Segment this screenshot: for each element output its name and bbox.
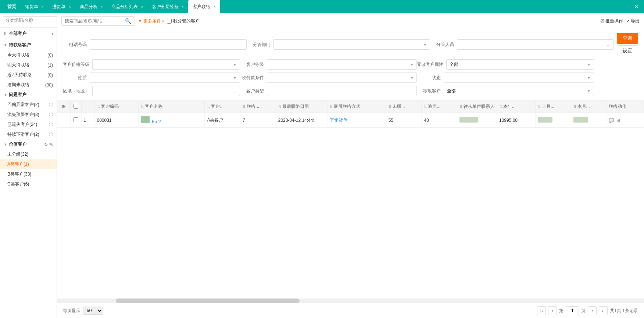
filter-label-region: 区域（地区） [63, 88, 89, 94]
select-all-checkbox[interactable] [74, 104, 78, 109]
per-page-select[interactable]: 50 100 200 [83, 307, 103, 315]
query-button[interactable]: 查询 [617, 33, 638, 44]
info-icon-3: ⓘ [49, 122, 53, 127]
sidebar-pending-section[interactable]: ▼ 待联络客户 [0, 40, 57, 50]
more-conditions-btn[interactable]: ▼ 更多条件 ▾ [138, 18, 164, 24]
customer-name-text[interactable]: Ea ? [152, 119, 161, 124]
my-customers-checkbox[interactable] [167, 19, 172, 24]
value-edit-icon[interactable]: ✎ [49, 142, 53, 147]
filter-select-region[interactable]: ... [92, 86, 240, 96]
filter-label-status: 状态 [417, 75, 441, 81]
filter-select-status[interactable]: ▼ [444, 73, 594, 83]
customer-code: 000031 [97, 118, 112, 123]
sidebar-collapse-icon[interactable]: ‹ [51, 31, 53, 36]
sidebar-item-7days[interactable]: 近7天待联络 (0) [0, 70, 57, 80]
nav-tab-sales-close[interactable]: × [41, 4, 43, 9]
chevron-status-icon: ▼ [587, 76, 591, 80]
th-no-contact-label: 未联... [393, 103, 405, 110]
filter-cell-nature: 性质 ▼ [63, 73, 240, 83]
nav-home-label: 首页 [7, 4, 16, 10]
nav-tab-analysis-list[interactable]: 商品分析列表 × [107, 0, 147, 13]
filter-select-retail-attr[interactable]: 全部 ▼ [446, 59, 594, 70]
per-page-area: 每页显示 50 100 200 [63, 307, 103, 315]
td-name: Ea ? [139, 113, 205, 128]
filter-select-nature[interactable]: ▼ [90, 73, 240, 83]
nav-tab-customer-seg[interactable]: 客户分层经营 × [148, 0, 188, 13]
filter-actions: 查询 设置 [617, 33, 638, 56]
filter-input-phone[interactable] [90, 39, 247, 50]
filter-select-person[interactable]: ... [457, 39, 614, 50]
sort-icon-no-contact: ⇅ [389, 105, 391, 109]
sidebar-item-churned[interactable]: 已流失客户(24) ⓘ [0, 120, 57, 130]
th-last-method-label: 最后联络方式 [334, 103, 360, 110]
search-main-input[interactable] [65, 18, 124, 24]
sidebar-problem-section[interactable]: ▼ 问题客户 [0, 90, 57, 100]
sidebar-value-label: 价值客户 [9, 141, 26, 148]
settings-button[interactable]: 设置 [617, 45, 638, 56]
filter-select-dept[interactable]: ▼ [273, 39, 430, 50]
sidebar-item-today[interactable]: 今天待联络 (0) [0, 50, 57, 60]
nav-tab-customer-contact-close[interactable]: × [213, 4, 215, 9]
row-checkbox[interactable] [74, 117, 78, 122]
nav-tab-customer-contact[interactable]: 客户联络 × [188, 0, 220, 13]
export-btn[interactable]: ↗ 导出 [626, 18, 640, 24]
page-label: 第 [559, 308, 564, 314]
sidebar-item-tomorrow[interactable]: 明天待联络 (1) [0, 60, 57, 70]
sidebar-item-ungrouped[interactable]: 未分组(32) [0, 149, 57, 159]
sidebar-item-overdue[interactable]: 逾期未联络 (30) [0, 80, 57, 90]
horizontal-scrollbar[interactable] [57, 298, 644, 303]
last-page-btn[interactable]: ›| [599, 306, 608, 315]
sidebar-pending-label: 待联络客户 [9, 42, 31, 48]
nav-home[interactable]: 首页 [3, 0, 21, 13]
filter-row-2: 客户价格等级 ▼ 客户等级 ▼ 零散客户属性 全部 [63, 59, 638, 70]
filter-select-customer-level[interactable]: ▼ [267, 59, 417, 70]
filter-cell-price-level: 客户价格等级 ▼ [63, 59, 240, 70]
sidebar-value-section[interactable]: ▼ 价值客户 ↻ ✎ [0, 139, 57, 149]
scrollbar-thumb[interactable] [116, 298, 300, 303]
nav-tab-customer-seg-close[interactable]: × [182, 4, 184, 9]
filter-cell-retail-customer: 零散客户 全部 ▼ [417, 86, 594, 96]
filter-select-price-level[interactable]: ▼ [92, 59, 240, 70]
chat-icon[interactable]: 💬 [609, 118, 614, 123]
filter-select-payment[interactable]: ▼ [267, 73, 417, 83]
filter-input-customer-type[interactable] [267, 86, 417, 96]
last-contact-method[interactable]: 下销货单 [330, 117, 347, 123]
next-page-btn[interactable]: › [588, 306, 597, 315]
sidebar-item-repurchase-abnormal[interactable]: 回购异常客户(2) ⓘ [0, 100, 57, 110]
first-page-btn[interactable]: |‹ [537, 306, 546, 315]
sidebar-search-input[interactable] [3, 16, 57, 24]
sidebar-all-customers[interactable]: ⁝⁝ 全部客户 ‹ [0, 28, 57, 40]
sort-icon-type: ⇅ [207, 105, 210, 109]
nav-tab-analysis-list-close[interactable]: × [141, 4, 143, 9]
customer-table: ⚙ ⇅ 客户编码 [57, 100, 644, 128]
grid-icon[interactable]: ⊞ [616, 118, 620, 123]
search-main-icon[interactable]: 🔍 [125, 18, 131, 24]
content-area: 🔍 ▼ 更多条件 ▾ 我分管的客户 ☑ 批量操作 ↗ 导出 [57, 13, 644, 318]
gear-icon[interactable]: ⚙ [61, 104, 65, 109]
my-customers-label: 我分管的客户 [173, 18, 200, 24]
nav-tab-analysis-close[interactable]: × [100, 4, 103, 9]
nav-tab-purchase[interactable]: 进货单 × [48, 0, 75, 13]
td-last-method: 下销货单 [327, 113, 386, 128]
sidebar-item-class-a[interactable]: A类客户(1) [0, 159, 57, 169]
filter-cell-status: 状态 ▼ [417, 73, 594, 83]
filter-select-retail-customer[interactable]: 全部 ▼ [444, 86, 594, 96]
sidebar-item-class-c[interactable]: C类客户(6) [0, 179, 57, 189]
page-input[interactable] [566, 306, 579, 315]
close-all-button[interactable]: × [632, 3, 641, 10]
ellipsis-person-icon: ... [607, 42, 611, 47]
filter-label-price-level: 客户价格等级 [63, 61, 89, 68]
prev-page-btn[interactable]: ‹ [548, 306, 557, 315]
sort-icon-code: ⇅ [97, 105, 100, 109]
td-type: A类客户 [205, 113, 240, 128]
batch-op-btn[interactable]: ☑ 批量操作 [600, 18, 623, 24]
sidebar-item-declining[interactable]: 持续下滑客户(2) ⓘ [0, 130, 57, 139]
nav-tab-analysis[interactable]: 商品分析 × [75, 0, 107, 13]
sidebar-item-class-b[interactable]: B类客户(33) [0, 169, 57, 179]
contact-count: 7 [243, 118, 245, 123]
nav-tab-sales[interactable]: 销货单 × [21, 0, 48, 13]
th-this-year-label: 本年... [503, 103, 516, 110]
sidebar-item-churn-warning[interactable]: 流失预警客户(3) ⓘ [0, 110, 57, 120]
value-refresh-icon[interactable]: ↻ [44, 142, 48, 147]
nav-tab-purchase-close[interactable]: × [68, 4, 71, 9]
